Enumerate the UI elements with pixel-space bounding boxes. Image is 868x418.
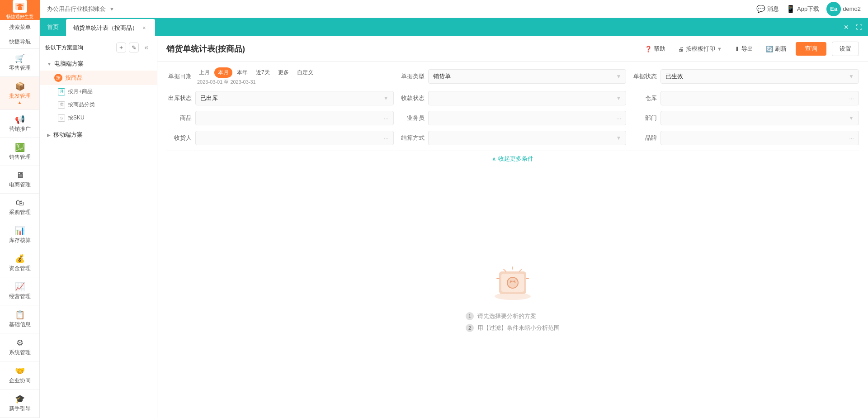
empty-tip-2: 2 用【过滤】条件来缩小分析范围 [466, 324, 560, 332]
sidebar-item-basic[interactable]: 📋 基础信息 [0, 305, 39, 333]
settings-btn[interactable]: 设置 [832, 42, 859, 56]
doc-status-label: 单据状态 [632, 72, 657, 81]
download-icon: 📱 [786, 5, 795, 13]
query-btn[interactable]: 查询 [796, 42, 826, 56]
content-area: 按以下方案查询 + ✎ « ▼ 电脑端方案 按 按商品 月 [40, 36, 868, 418]
sidebar-item-enterprise[interactable]: 🤝 企业协同 [0, 361, 39, 390]
warehouse-dots-icon[interactable]: ··· [849, 95, 854, 102]
message-btn[interactable]: 💬 消息 [756, 5, 779, 13]
refresh-btn[interactable]: 🔄 刷新 [762, 43, 790, 55]
doc-type-select[interactable]: 销货单 ▼ [428, 69, 627, 84]
date-tab-last-month[interactable]: 上月 [195, 67, 213, 78]
sidebar-item-newuser[interactable]: 🎓 新手引导 [0, 390, 39, 418]
product-label: 商品 [166, 114, 192, 122]
date-range-text: 2023-03-01 至 2023-03-31 [195, 79, 394, 86]
app-logo: 畅捷通好生意 [0, 0, 40, 20]
print-btn[interactable]: 🖨 按模板打印 ▼ [675, 43, 726, 55]
doc-status-select[interactable]: 已生效 ▼ [660, 69, 859, 84]
dept-select[interactable]: ▼ [660, 111, 859, 125]
product-input[interactable]: ··· [195, 111, 394, 125]
quick-nav[interactable]: 快捷导航 [0, 35, 39, 49]
scheme-group-desktop-title[interactable]: ▼ 电脑端方案 [40, 57, 157, 71]
date-tab-this-month[interactable]: 本月 [214, 67, 232, 78]
breadcrumb-arrow-icon[interactable]: ▼ [109, 6, 114, 12]
search-menu[interactable]: 搜索菜单 [0, 20, 39, 35]
sidebar-item-purchase[interactable]: 🛍 采购管理 [0, 194, 39, 221]
page-actions: ❓ 帮助 🖨 按模板打印 ▼ ⬇ 导出 🔄 [641, 42, 859, 56]
tab-close-window-btn[interactable]: ✕ [841, 22, 852, 33]
help-btn[interactable]: ❓ 帮助 [641, 43, 669, 55]
scheme-label-sku: 按SKU [68, 114, 85, 122]
avatar[interactable]: Ea [826, 2, 841, 16]
recipient-dots-icon[interactable]: ··· [384, 135, 389, 142]
user-area[interactable]: Ea demo2 [826, 2, 861, 16]
tab-close-btn[interactable]: × [141, 24, 148, 32]
sidebar-item-retail[interactable]: 🛒 零售管理 [0, 49, 39, 77]
settlement-select[interactable]: ▼ [428, 131, 627, 145]
marketing-icon: 📢 [15, 114, 25, 124]
scheme-group-desktop: ▼ 电脑端方案 按 按商品 月 按月+商品 类 按商品分类 S 按SKU [40, 55, 157, 126]
scheme-sub-item-month-product[interactable]: 月 按月+商品 [40, 85, 157, 98]
help-icon: ❓ [645, 46, 652, 52]
inventory-icon: 📊 [15, 226, 25, 236]
recipient-input[interactable]: ··· [195, 131, 394, 145]
edit-scheme-btn[interactable]: ✎ [129, 43, 139, 52]
date-tab-this-year[interactable]: 本年 [233, 67, 251, 78]
out-status-select[interactable]: 已出库 ▼ [195, 91, 394, 105]
salesperson-dots-icon[interactable]: ··· [616, 115, 621, 122]
tab-sales-report[interactable]: 销货单统计表（按商品） × [66, 19, 155, 37]
add-scheme-btn[interactable]: + [116, 43, 126, 52]
sidebar-item-inventory[interactable]: 📊 库存核算 [0, 221, 39, 249]
filter-out-status: 出库状态 已出库 ▼ [166, 91, 394, 105]
sidebar-item-sales[interactable]: 💹 销售管理 [0, 138, 39, 166]
svg-point-6 [510, 280, 512, 282]
sidebar-item-finance[interactable]: 💰 资金管理 [0, 249, 39, 277]
mobile-group-label: 移动端方案 [53, 131, 83, 139]
help-label: 帮助 [654, 45, 665, 53]
tab-home[interactable]: 首页 [40, 18, 66, 36]
page-title: 销货单统计表(按商品) [166, 43, 245, 54]
sub-icon-category: 类 [58, 101, 65, 109]
sidebar-item-wholesale[interactable]: 📦 批发管理 ▲ [0, 77, 39, 110]
warehouse-input[interactable]: ··· [660, 91, 859, 105]
tip-text-2: 用【过滤】条件来缩小分析范围 [477, 324, 560, 332]
sidebar-item-system[interactable]: ⚙ 系统管理 [0, 333, 39, 361]
app-download-btn[interactable]: 📱 App下载 [786, 5, 819, 13]
export-btn[interactable]: ⬇ 导出 [731, 43, 757, 55]
out-status-value: 已出库 [200, 94, 383, 102]
product-dots-icon[interactable]: ··· [384, 115, 389, 122]
tip-num-2: 2 [466, 324, 474, 332]
chevron-right-icon: ▶ [47, 133, 51, 138]
svg-point-7 [514, 280, 515, 282]
main-area: 办公用品行业模拟账套 ▼ 💬 消息 📱 App下载 Ea demo2 首页 销货… [40, 0, 868, 418]
refresh-icon: 🔄 [766, 46, 773, 52]
sidebar-item-operations[interactable]: 📈 经营管理 [0, 277, 39, 305]
top-header: 办公用品行业模拟账套 ▼ 💬 消息 📱 App下载 Ea demo2 [40, 0, 868, 18]
filter-row-4: 收货人 ··· 结算方式 ▼ 品牌 [166, 131, 859, 145]
scheme-group-mobile-title[interactable]: ▶ 移动端方案 [40, 128, 157, 142]
scheme-sub-item-sku[interactable]: S 按SKU [40, 111, 157, 124]
salesperson-input[interactable]: ··· [428, 111, 627, 125]
sales-icon: 💹 [15, 142, 25, 152]
brand-input[interactable]: ··· [660, 131, 859, 145]
dept-label: 部门 [632, 114, 657, 122]
print-label: 按模板打印 [686, 45, 715, 53]
sidebar-item-ecommerce[interactable]: 🖥 电商管理 [0, 166, 39, 194]
scheme-item-by-product[interactable]: 按 按商品 [40, 71, 157, 85]
scheme-sub-item-category[interactable]: 类 按商品分类 [40, 98, 157, 111]
brand-dots-icon[interactable]: ··· [849, 135, 854, 142]
date-tab-last7[interactable]: 近7天 [252, 67, 274, 78]
date-tab-custom[interactable]: 自定义 [293, 67, 317, 78]
collapse-panel-btn[interactable]: « [142, 43, 151, 52]
tab-maximize-btn[interactable]: ⛶ [854, 22, 864, 33]
svg-rect-1 [18, 7, 22, 10]
date-tab-more[interactable]: 更多 [274, 67, 292, 78]
sub-icon-sku: S [58, 114, 65, 122]
empty-tips: 1 请先选择要分析的方案 2 用【过滤】条件来缩小分析范围 [466, 312, 560, 332]
sidebar-item-marketing[interactable]: 📢 营销推广 [0, 110, 39, 138]
settlement-arrow-icon: ▼ [616, 135, 621, 141]
out-status-label: 出库状态 [166, 94, 192, 102]
collapse-more-btn[interactable]: ∧ 收起更多条件 [166, 151, 859, 166]
basic-icon: 📋 [15, 310, 25, 320]
receipt-status-select[interactable]: ▼ [428, 91, 627, 105]
